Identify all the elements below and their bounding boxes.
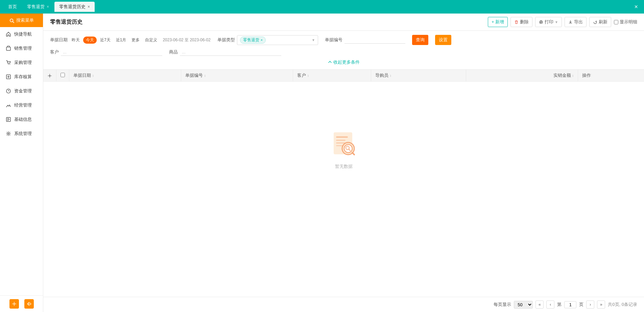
print-dropdown-icon: ▼: [555, 20, 558, 24]
svg-rect-14: [336, 140, 345, 141]
date-filter-buttons: 昨天 今天 近7天 近1月 更多 自定义 2023-06-02 至 2023-0…: [70, 37, 211, 44]
tab-retail-return-history-close[interactable]: ×: [88, 4, 90, 9]
empty-illustration: [329, 129, 359, 159]
window-close-button[interactable]: ×: [631, 2, 641, 12]
refresh-button[interactable]: 刷新: [589, 17, 611, 27]
per-page-select[interactable]: 50 20 100: [514, 301, 533, 309]
query-button[interactable]: 查询: [412, 35, 428, 45]
th-settings[interactable]: [43, 70, 56, 82]
sidebar-item-business-label: 经营管理: [14, 102, 32, 108]
filter-setting-button[interactable]: 设置: [435, 35, 451, 45]
refresh-icon: [593, 20, 597, 24]
top-bar: 首页 零售退货 × 零售退货历史 × ×: [0, 0, 644, 14]
sidebar-item-inventory-label: 库存核算: [14, 74, 32, 80]
inventory-icon: [5, 74, 11, 80]
tab-home[interactable]: 首页: [3, 2, 22, 12]
th-date[interactable]: 单据日期: [69, 70, 181, 82]
sidebar-item-inventory[interactable]: 库存核算: [0, 70, 43, 84]
sidebar: 搜索菜单 快捷导航 销售管理 采购管理 库存核算: [0, 14, 43, 312]
th-customer[interactable]: 客户: [293, 70, 371, 82]
window-controls: ×: [631, 3, 641, 10]
sidebar-item-quicknav-label: 快捷导航: [14, 31, 32, 37]
page-number-input[interactable]: [564, 301, 576, 308]
sidebar-item-sales-label: 销售管理: [14, 45, 32, 51]
date-btn-yesterday[interactable]: 昨天: [70, 37, 82, 44]
date-btn-7days[interactable]: 近7天: [98, 37, 113, 44]
sales-icon: [5, 45, 11, 51]
table-body: 暂无数据: [43, 82, 644, 217]
date-btn-today[interactable]: 今天: [83, 37, 97, 44]
table-header: 单据日期 单据编号 客户 导购员 实销金额: [43, 70, 644, 82]
tab-retail-return-history[interactable]: 零售退货历史 ×: [54, 2, 95, 12]
settings-bottom-icon[interactable]: [9, 299, 19, 309]
sidebar-item-purchase-label: 采购管理: [14, 60, 32, 66]
show-detail-checkbox[interactable]: [614, 20, 618, 24]
delete-icon: [514, 20, 519, 24]
svg-rect-16: [336, 145, 343, 146]
volume-bottom-icon[interactable]: [24, 299, 34, 309]
sidebar-item-business[interactable]: 经营管理: [0, 98, 43, 112]
content-area: 零售退货历史 + 新增 删除 打印 ▼ 导出 刷新: [43, 14, 644, 312]
th-checkbox[interactable]: [56, 70, 69, 82]
th-amount[interactable]: 实销金额: [466, 70, 578, 82]
print-button[interactable]: 打印 ▼: [535, 17, 562, 27]
sidebar-item-info-label: 基础信息: [14, 116, 32, 122]
goods-filter-input[interactable]: [180, 48, 281, 56]
sidebar-item-finance[interactable]: 资金管理: [0, 84, 43, 98]
tab-retail-return[interactable]: 零售退货 ×: [22, 2, 54, 12]
page-last-button[interactable]: »: [597, 300, 605, 309]
filter-row-1: 单据日期 昨天 今天 近7天 近1月 更多 自定义 2023-06-02 至 2…: [50, 35, 637, 45]
print-icon: [539, 20, 543, 24]
svg-rect-13: [336, 136, 348, 138]
sidebar-item-quicknav[interactable]: 快捷导航: [0, 27, 43, 41]
home-icon: [5, 31, 11, 37]
system-icon: [5, 131, 11, 137]
filter-area: 单据日期 昨天 今天 近7天 近1月 更多 自定义 2023-06-02 至 2…: [43, 31, 644, 70]
filter-row-2: 客户 商品: [50, 48, 637, 56]
page-first-button[interactable]: «: [535, 300, 544, 309]
customer-filter-item: 客户: [50, 48, 162, 56]
table-wrap: 单据日期 单据编号 客户 导购员 实销金额: [43, 70, 644, 297]
sidebar-item-system[interactable]: 系统管理: [0, 127, 43, 141]
date-btn-more[interactable]: 更多: [129, 37, 142, 44]
page-prev-button[interactable]: ‹: [546, 300, 554, 309]
page-header: 零售退货历史 + 新增 删除 打印 ▼ 导出 刷新: [43, 14, 644, 31]
sidebar-item-system-label: 系统管理: [14, 131, 32, 137]
th-guide[interactable]: 导购员: [371, 70, 466, 82]
customer-filter-label: 客户: [50, 49, 59, 55]
select-all-checkbox[interactable]: [61, 73, 65, 77]
svg-point-3: [8, 64, 9, 65]
sidebar-search[interactable]: 搜索菜单: [0, 14, 43, 27]
tab-retail-return-close[interactable]: ×: [47, 4, 49, 9]
goods-filter-label: 商品: [169, 49, 178, 55]
collapse-button[interactable]: 收起更多条件: [50, 59, 637, 65]
delete-button[interactable]: 删除: [510, 17, 532, 27]
type-filter-tag-close[interactable]: ×: [261, 38, 263, 42]
sidebar-item-sales[interactable]: 销售管理: [0, 41, 43, 55]
svg-line-1: [13, 21, 14, 23]
number-filter-label: 单据编号: [325, 37, 342, 43]
number-filter-input[interactable]: [344, 36, 405, 44]
header-actions: + 新增 删除 打印 ▼ 导出 刷新: [488, 17, 637, 27]
sidebar-item-info[interactable]: 基础信息: [0, 112, 43, 127]
sidebar-item-purchase[interactable]: 采购管理: [0, 55, 43, 70]
th-operation: 操作: [578, 70, 644, 82]
svg-point-8: [8, 133, 9, 134]
business-icon: [5, 102, 11, 108]
page-title: 零售退货历史: [50, 19, 82, 26]
svg-point-11: [49, 75, 50, 76]
new-button[interactable]: + 新增: [488, 17, 508, 27]
pagination: 每页显示 50 20 100 « ‹ 第 页 › » 共0页, 0条记录: [43, 297, 644, 312]
page-next-button[interactable]: ›: [586, 300, 594, 309]
sidebar-item-finance-label: 资金管理: [14, 88, 32, 94]
date-filter-item: 单据日期 昨天 今天 近7天 近1月 更多 自定义 2023-06-02 至 2…: [50, 37, 211, 44]
date-btn-custom[interactable]: 自定义: [143, 37, 159, 44]
type-filter-tag: 零售退货 ×: [240, 37, 266, 44]
date-btn-1month[interactable]: 近1月: [114, 37, 128, 44]
export-button[interactable]: 导出: [565, 17, 587, 27]
type-filter-select[interactable]: 零售退货 × ▼: [237, 35, 318, 45]
tab-list: 首页 零售退货 × 零售退货历史 ×: [3, 2, 631, 12]
purchase-icon: [5, 60, 11, 66]
th-number[interactable]: 单据编号: [181, 70, 293, 82]
customer-filter-input[interactable]: [61, 48, 162, 56]
